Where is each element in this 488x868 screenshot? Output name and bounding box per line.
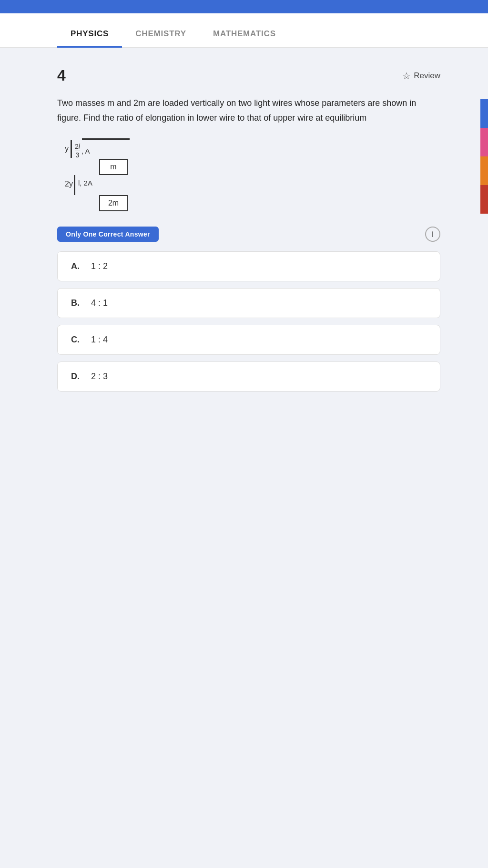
lower-wire-line [74, 175, 75, 195]
lower-wire-2y-label: 2y [65, 180, 73, 188]
side-tab-blue[interactable] [480, 99, 488, 128]
options-list: A. 1 : 2 B. 4 : 1 C. 1 : 4 D. 2 : 3 [57, 251, 440, 392]
side-tabs [480, 99, 488, 214]
lower-wire-row: 2y l, 2A [65, 175, 92, 195]
upper-wire-y-label: y [65, 145, 69, 153]
option-a[interactable]: A. 1 : 2 [57, 251, 440, 281]
answer-type-row: Only One Correct Answer i [57, 227, 440, 242]
option-c[interactable]: C. 1 : 4 [57, 325, 440, 355]
tab-bar: PHYSICS CHEMISTRY MATHEMATICS [0, 13, 488, 48]
lower-wire-params: l, 2A [78, 179, 92, 187]
content-area: 4 ☆ Review Two masses m and 2m are loade… [0, 48, 488, 420]
question-header: 4 ☆ Review [57, 67, 440, 84]
star-icon: ☆ [402, 70, 411, 82]
option-d[interactable]: D. 2 : 3 [57, 362, 440, 392]
option-a-letter: A. [71, 261, 82, 271]
option-c-letter: C. [71, 335, 82, 345]
option-d-letter: D. [71, 372, 82, 382]
main-container: PHYSICS CHEMISTRY MATHEMATICS 4 ☆ Review… [0, 13, 488, 868]
option-a-value: 1 : 2 [91, 261, 108, 271]
upper-wire-params: 2l 3 , A [75, 143, 90, 159]
option-b[interactable]: B. 4 : 1 [57, 288, 440, 318]
tab-physics[interactable]: PHYSICS [57, 21, 122, 48]
mass-m-box: m [99, 159, 128, 175]
option-d-value: 2 : 3 [91, 372, 108, 382]
info-button[interactable]: i [425, 227, 440, 242]
diagram: y 2l 3 , A m 2y [65, 138, 440, 211]
tab-chemistry[interactable]: CHEMISTRY [122, 21, 200, 48]
question-text: Two masses m and 2m are loaded verticall… [57, 96, 440, 125]
mass-m-wrapper: m [82, 159, 128, 175]
upper-wire-row: y 2l 3 , A [65, 140, 90, 159]
top-bar [0, 0, 488, 13]
question-number: 4 [57, 67, 66, 84]
option-c-value: 1 : 4 [91, 335, 108, 345]
mass-2m-wrapper: 2m [82, 195, 128, 211]
option-b-value: 4 : 1 [91, 298, 108, 308]
upper-wire-line [71, 140, 72, 158]
side-tab-orange[interactable] [480, 156, 488, 185]
option-b-letter: B. [71, 298, 82, 308]
answer-type-badge: Only One Correct Answer [57, 227, 159, 242]
side-tab-pink[interactable] [480, 128, 488, 156]
review-button[interactable]: ☆ Review [402, 70, 440, 82]
side-tab-red[interactable] [480, 185, 488, 214]
mass-2m-box: 2m [99, 195, 128, 211]
tab-mathematics[interactable]: MATHEMATICS [200, 21, 289, 48]
